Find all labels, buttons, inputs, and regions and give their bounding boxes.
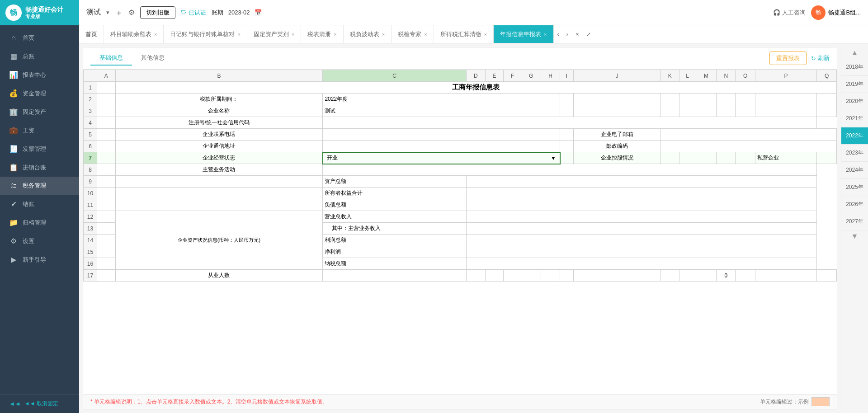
cell-3-O[interactable] bbox=[736, 105, 755, 117]
cell-17-M[interactable] bbox=[696, 270, 716, 282]
cell-3-Q[interactable] bbox=[817, 105, 837, 117]
cell-14-A[interactable] bbox=[97, 235, 116, 246]
business-status-dropdown[interactable]: 开业 ▼ bbox=[323, 153, 560, 164]
cell-7-P[interactable]: 私营企业 bbox=[755, 152, 817, 164]
cell-13-C[interactable]: 其中：主营业务收入 bbox=[323, 223, 466, 235]
cell-6-C[interactable] bbox=[323, 141, 560, 152]
grid-wrapper[interactable]: A B C D E F G H I J K L M bbox=[83, 70, 837, 394]
cell-2-K[interactable] bbox=[660, 94, 679, 105]
cell-2-N[interactable] bbox=[717, 94, 736, 105]
year-item-2025[interactable]: 2025年 bbox=[841, 179, 868, 196]
col-header-M[interactable]: M bbox=[696, 70, 716, 82]
cell-5-A[interactable] bbox=[97, 129, 116, 141]
cell-16-D[interactable] bbox=[466, 258, 816, 270]
col-header-E[interactable]: E bbox=[485, 70, 504, 82]
cell-10-A[interactable] bbox=[97, 188, 116, 199]
col-header-K[interactable]: K bbox=[660, 70, 679, 82]
cell-17-L[interactable] bbox=[679, 270, 696, 282]
sidebar-item-wages[interactable]: 💼 工资 bbox=[0, 121, 79, 140]
cell-7-N[interactable] bbox=[717, 152, 736, 164]
cell-4-A[interactable] bbox=[97, 117, 116, 129]
col-header-B[interactable]: B bbox=[115, 70, 323, 82]
year-item-2019[interactable]: 2019年 bbox=[841, 76, 868, 93]
tab-next-button[interactable]: › bbox=[563, 25, 572, 43]
sidebar-item-fund[interactable]: 💰 资金管理 bbox=[0, 84, 79, 103]
col-header-J[interactable]: J bbox=[573, 70, 660, 82]
cell-5-C[interactable] bbox=[323, 129, 560, 141]
cell-2-I[interactable] bbox=[560, 94, 573, 105]
cell-3-C[interactable]: 测试 bbox=[323, 105, 560, 117]
cell-7-Q[interactable] bbox=[817, 152, 837, 164]
cell-2-A[interactable] bbox=[97, 94, 116, 105]
tab-journal[interactable]: 日记账与银行对账单核对 × bbox=[164, 25, 247, 43]
year-scroll-down-button[interactable]: ▼ bbox=[849, 230, 860, 242]
cell-17-E[interactable] bbox=[485, 270, 504, 282]
cell-12-A[interactable] bbox=[97, 211, 116, 223]
cell-16-A[interactable] bbox=[97, 258, 116, 270]
tab-close-taxwave[interactable]: × bbox=[382, 32, 385, 37]
cell-17-Q[interactable] bbox=[817, 270, 837, 282]
tab-close-asset[interactable]: × bbox=[292, 32, 294, 37]
cell-1-A[interactable] bbox=[97, 82, 116, 94]
tab-aux[interactable]: 科目辅助余额表 × bbox=[104, 25, 164, 43]
sidebar-item-invoice[interactable]: 🧾 发票管理 bbox=[0, 140, 79, 158]
cell-17-D[interactable] bbox=[466, 270, 485, 282]
year-item-2021[interactable]: 2021年 bbox=[841, 110, 868, 127]
cell-4-C[interactable] bbox=[323, 117, 817, 129]
tab-taxwave[interactable]: 税负波动表 × bbox=[344, 25, 392, 43]
tab-close-aux[interactable]: × bbox=[154, 32, 157, 37]
tab-close-taxform[interactable]: × bbox=[334, 32, 336, 37]
cell-12-D[interactable] bbox=[466, 211, 816, 223]
sidebar-unpin-button[interactable]: ◄◄ ◄◄ 取消固定 bbox=[0, 394, 79, 413]
cell-5-B[interactable]: 企业联系电话 bbox=[115, 129, 323, 141]
cell-2-C[interactable]: 2022年度 bbox=[323, 94, 560, 105]
cell-6-J[interactable]: 邮政编码 bbox=[573, 141, 660, 152]
cell-16-C[interactable]: 纳税总额 bbox=[323, 258, 466, 270]
tab-close-all-button[interactable]: × bbox=[572, 25, 583, 43]
user-menu[interactable]: 畅 畅捷通B组... bbox=[811, 5, 861, 20]
col-header-C[interactable]: C bbox=[323, 70, 466, 82]
cell-5-K[interactable] bbox=[660, 129, 836, 141]
year-item-2026[interactable]: 2026年 bbox=[841, 196, 868, 213]
refresh-button[interactable]: ↻ 刷新 bbox=[811, 54, 830, 62]
cell-15-D[interactable] bbox=[466, 246, 816, 258]
col-header-G[interactable]: G bbox=[521, 70, 541, 82]
cell-10-C[interactable]: 所有者权益合计 bbox=[323, 188, 466, 199]
cell-3-I[interactable] bbox=[560, 105, 573, 117]
cell-9-B[interactable] bbox=[115, 176, 323, 188]
cell-3-M[interactable] bbox=[696, 105, 716, 117]
cell-2-P[interactable] bbox=[755, 94, 817, 105]
tab-close-annual[interactable]: × bbox=[544, 32, 547, 37]
tab-close-journal[interactable]: × bbox=[237, 32, 240, 37]
cell-17-N[interactable]: 0 bbox=[717, 270, 736, 282]
tab-taxform[interactable]: 税表清册 × bbox=[301, 25, 343, 43]
tab-close-income[interactable]: × bbox=[484, 32, 487, 37]
cell-17-G[interactable] bbox=[521, 270, 541, 282]
cell-2-L[interactable] bbox=[679, 94, 696, 105]
cell-14-D[interactable] bbox=[466, 235, 816, 246]
cell-15-A[interactable] bbox=[97, 246, 116, 258]
tab-expand-button[interactable]: ⤢ bbox=[583, 25, 594, 43]
cell-7-B[interactable]: 企业经营状态 bbox=[115, 152, 323, 164]
sidebar-item-asset[interactable]: 🏢 固定资产 bbox=[0, 103, 79, 121]
sidebar-item-settings[interactable]: ⚙ 设置 bbox=[0, 232, 79, 250]
year-item-2023[interactable]: 2023年 bbox=[841, 145, 868, 162]
year-item-2024[interactable]: 2024年 bbox=[841, 162, 868, 179]
tab-basic-info[interactable]: 基础信息 bbox=[90, 51, 132, 66]
sidebar-item-home[interactable]: ⌂ 首页 bbox=[0, 29, 79, 47]
cell-3-P[interactable] bbox=[755, 105, 817, 117]
company-settings-icon[interactable]: ⚙ bbox=[128, 8, 135, 17]
cell-8-A[interactable] bbox=[97, 164, 116, 176]
col-header-A[interactable]: A bbox=[97, 70, 116, 82]
year-item-2018[interactable]: 2018年 bbox=[841, 59, 868, 76]
cell-3-A[interactable] bbox=[97, 105, 116, 117]
col-header-F[interactable]: F bbox=[504, 70, 521, 82]
year-item-2027[interactable]: 2027年 bbox=[841, 213, 868, 230]
cell-6-K[interactable] bbox=[660, 141, 836, 152]
tab-prev-button[interactable]: ‹ bbox=[554, 25, 563, 43]
cell-9-A[interactable] bbox=[97, 176, 116, 188]
cell-17-C[interactable] bbox=[323, 270, 466, 282]
tab-asset[interactable]: 固定资产类别 × bbox=[247, 25, 301, 43]
cell-12-B[interactable]: 企业资产状况信息(币种：人民币万元) bbox=[115, 211, 323, 270]
cell-15-C[interactable]: 净利润 bbox=[323, 246, 466, 258]
